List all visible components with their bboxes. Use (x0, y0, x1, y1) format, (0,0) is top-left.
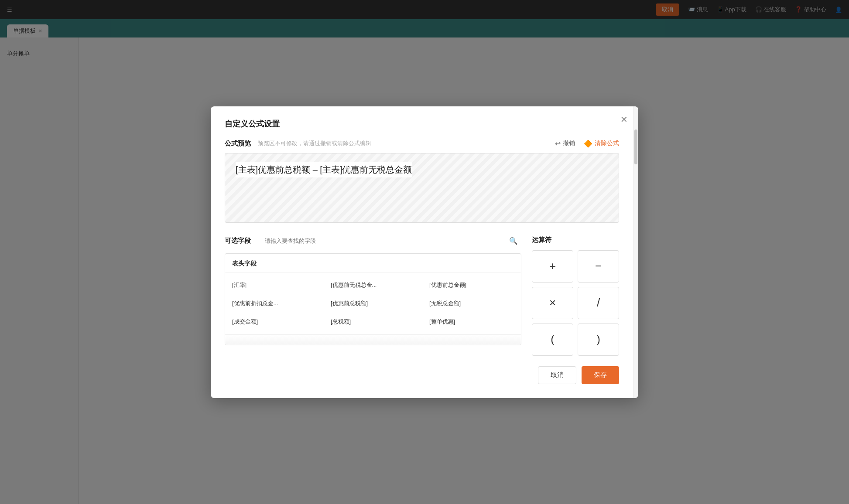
field-item[interactable]: [优惠前总金额] (422, 276, 521, 294)
op-right-paren[interactable]: ) (578, 324, 619, 356)
op-multiply[interactable]: × (532, 287, 573, 319)
operators-grid: + − × / ( ) (532, 250, 619, 356)
clear-formula-button[interactable]: 🔶 清除公式 (584, 140, 619, 148)
op-minus[interactable]: − (578, 250, 619, 283)
fields-group-header: 表头字段 (225, 254, 521, 272)
search-icon: 🔍 (509, 237, 518, 245)
undo-icon: ↩ (555, 140, 561, 148)
fields-box: 表头字段 [汇率] [优惠前无税总金... [优惠前总金额] [优惠前折扣总金.… (225, 253, 521, 345)
undo-button[interactable]: ↩ 撤销 (555, 140, 575, 148)
field-item[interactable]: [无税总金额] (422, 294, 521, 313)
field-item[interactable]: [优惠前折扣总金... (225, 294, 324, 313)
search-input[interactable] (265, 238, 506, 244)
fields-header: 可选字段 🔍 (225, 235, 521, 247)
fields-grid: [汇率] [优惠前无税总金... [优惠前总金额] [优惠前折扣总金... [优… (225, 272, 521, 334)
clear-label: 清除公式 (595, 140, 619, 147)
fields-fade (225, 334, 521, 345)
field-item[interactable]: [汇率] (225, 276, 324, 294)
formula-display: [主表]优惠前总税额 – [主表]优惠前无税总金额 (236, 162, 412, 177)
bottom-section: 可选字段 🔍 表头字段 [汇率] [优惠前无税总金... [优惠前总金额] [优… (225, 235, 619, 356)
cancel-button[interactable]: 取消 (538, 366, 576, 384)
search-bar: 🔍 (261, 235, 521, 247)
undo-label: 撤销 (563, 140, 575, 147)
fields-panel: 可选字段 🔍 表头字段 [汇率] [优惠前无税总金... [优惠前总金额] [优… (225, 235, 521, 356)
field-item[interactable]: [优惠前总税额] (324, 294, 422, 313)
op-divide[interactable]: / (578, 287, 619, 319)
formula-preview-box: [主表]优惠前总税额 – [主表]优惠前无税总金额 (225, 153, 619, 223)
modal-scrollbar-thumb (634, 129, 637, 164)
op-left-paren[interactable]: ( (532, 324, 573, 356)
modal-dialog: ✕ 自定义公式设置 公式预览 预览区不可修改，请通过撤销或清除公式编辑 ↩ 撤销… (211, 106, 638, 398)
operators-title: 运算符 (532, 235, 619, 244)
formula-preview-header: 公式预览 预览区不可修改，请通过撤销或清除公式编辑 ↩ 撤销 🔶 清除公式 (225, 140, 619, 148)
field-item[interactable]: [成交金额] (225, 313, 324, 331)
formula-preview-label: 公式预览 (225, 140, 251, 148)
field-item[interactable]: [总税额] (324, 313, 422, 331)
modal-scrollbar (633, 106, 638, 398)
formula-preview-hint: 预览区不可修改，请通过撤销或清除公式编辑 (258, 140, 546, 147)
op-plus[interactable]: + (532, 250, 573, 283)
operators-panel: 运算符 + − × / ( ) (532, 235, 619, 356)
fields-title: 可选字段 (225, 237, 251, 245)
field-item[interactable]: [优惠前无税总金... (324, 276, 422, 294)
field-item[interactable]: [整单优惠] (422, 313, 521, 331)
modal-footer: 取消 保存 (225, 366, 619, 384)
modal-backdrop: ✕ 自定义公式设置 公式预览 预览区不可修改，请通过撤销或清除公式编辑 ↩ 撤销… (0, 0, 849, 504)
save-button[interactable]: 保存 (582, 366, 619, 384)
modal-close-button[interactable]: ✕ (620, 115, 628, 124)
modal-title: 自定义公式设置 (225, 119, 619, 129)
clear-icon: 🔶 (584, 140, 592, 148)
